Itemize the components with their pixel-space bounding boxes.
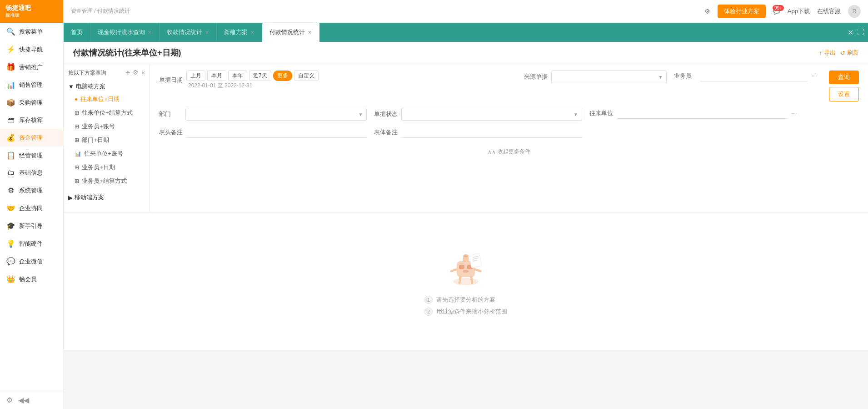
user-avatar[interactable]: R bbox=[848, 5, 861, 18]
tip-text-2: 用过滤条件来缩小分析范围 bbox=[436, 308, 507, 316]
unit-dots-icon[interactable]: ··· bbox=[791, 109, 797, 117]
scheme-item-icon-staff-account: ⊞ bbox=[75, 123, 79, 130]
scheme-add-icon[interactable]: + bbox=[126, 69, 130, 77]
collapse-sidebar-icon[interactable]: ◀◀ bbox=[18, 396, 29, 404]
topbar-settings-icon[interactable]: ⚙ bbox=[704, 8, 710, 15]
date-btn-this-year[interactable]: 本年 bbox=[228, 71, 247, 81]
header-note-input[interactable] bbox=[186, 127, 367, 138]
filter-field-date: 单据日期 上月 本月 本年 近7天 更多 自定义 2022-01-01 至 20… bbox=[159, 71, 517, 90]
scheme-panel-title: 按以下方案查询 bbox=[68, 69, 106, 77]
scheme-item-staff-date[interactable]: ⊞ 业务员+日期 bbox=[64, 161, 150, 174]
sidebar-item-smart-hw[interactable]: 💡智能硬件 bbox=[0, 235, 63, 252]
staff-input[interactable] bbox=[700, 71, 807, 81]
date-btn-last-7[interactable]: 近7天 bbox=[249, 71, 271, 81]
scheme-item-icon-unit-account: 📊 bbox=[75, 151, 81, 157]
date-btn-more[interactable]: 更多 bbox=[273, 71, 292, 81]
body-note-input[interactable] bbox=[401, 127, 582, 138]
empty-tips: 1 请先选择要分析的方案 2 用过滤条件来缩小分析范围 bbox=[424, 296, 507, 316]
sidebar-icon-guide: 🎓 bbox=[6, 222, 15, 230]
sidebar-icon-system: ⚙ bbox=[6, 186, 15, 195]
page-content: 付款情况统计(往来单位+日期) ↑ 导出 ↺ 刷新 按以下方案查询 + bbox=[64, 42, 868, 409]
online-service-link[interactable]: 在线客服 bbox=[817, 7, 841, 15]
filter-form: 单据日期 上月 本月 本年 近7天 更多 自定义 2022-01-01 至 20… bbox=[150, 64, 868, 212]
sidebar-item-quick-nav[interactable]: ⚡快捷导航 bbox=[0, 40, 63, 58]
tab-home[interactable]: 首页 bbox=[64, 23, 90, 42]
filter-row-2: 部门 ▼ 单据状态 ▼ 往来单位 bbox=[159, 108, 859, 121]
sidebar-item-search-menu[interactable]: 🔍搜索菜单 bbox=[0, 23, 63, 40]
tab-bar: 首页 现金银行流水查询 ✕ 收款情况统计 ✕ 新建方案 ✕ 付款情况统计 ✕ ✕… bbox=[64, 23, 868, 42]
tab-new-scheme[interactable]: 新建方案 ✕ bbox=[217, 23, 262, 42]
filter-row-1: 单据日期 上月 本月 本年 近7天 更多 自定义 2022-01-01 至 20… bbox=[159, 71, 859, 101]
refresh-btn[interactable]: ↺ 刷新 bbox=[840, 49, 859, 57]
body-note-label: 表体备注 bbox=[374, 128, 398, 136]
sidebar-label-operation: 经营管理 bbox=[19, 151, 43, 160]
tab-payment-stats[interactable]: 付款情况统计 ✕ bbox=[262, 23, 319, 42]
tab-new-scheme-label: 新建方案 bbox=[224, 28, 248, 36]
sidebar-label-finance: 资金管理 bbox=[19, 134, 43, 142]
scheme-item-staff-settlement[interactable]: ⊞ 业务员+结算方式 bbox=[64, 174, 150, 188]
scheme-settings-icon[interactable]: ⚙ bbox=[133, 69, 139, 77]
sidebar-item-basic-info[interactable]: 🗂基础信息 bbox=[0, 164, 63, 182]
staff-label: 业务员 bbox=[674, 72, 697, 80]
trial-btn[interactable]: 体验行业方案 bbox=[718, 5, 766, 18]
dept-select[interactable]: ▼ bbox=[185, 108, 367, 121]
app-download-link[interactable]: App下载 bbox=[788, 7, 810, 15]
tab-close-all-icon[interactable]: ✕ bbox=[848, 28, 853, 37]
settings-bottom-icon[interactable]: ⚙ bbox=[6, 396, 13, 404]
sidebar-icon-basic-info: 🗂 bbox=[6, 169, 15, 177]
tab-receivables-close[interactable]: ✕ bbox=[205, 30, 209, 35]
svg-point-6 bbox=[463, 254, 469, 257]
query-btn[interactable]: 查询 bbox=[829, 71, 859, 84]
scheme-item-unit-date[interactable]: ● 往来单位+日期 bbox=[64, 92, 150, 106]
scheme-group-pc-title[interactable]: ▼ 电脑端方案 bbox=[64, 81, 150, 92]
collapse-bar: ∧∧ 收起更多条件 bbox=[159, 144, 859, 159]
date-btn-custom[interactable]: 自定义 bbox=[294, 71, 319, 81]
sidebar-label-guide: 新手引导 bbox=[19, 222, 43, 230]
tab-cash-bank-close[interactable]: ✕ bbox=[148, 30, 152, 35]
scheme-item-label-unit-date: 往来单位+日期 bbox=[80, 95, 120, 103]
doc-status-select[interactable]: ▼ bbox=[401, 108, 582, 121]
tab-expand-icon[interactable]: ⛶ bbox=[857, 28, 864, 36]
source-select-arrow: ▼ bbox=[658, 75, 663, 80]
sidebar-item-marketing[interactable]: 🎁营销推广 bbox=[0, 58, 63, 76]
staff-dots-icon[interactable]: ··· bbox=[811, 72, 817, 80]
scheme-item-staff-account[interactable]: ⊞ 业务员+账号 bbox=[64, 120, 150, 133]
scheme-item-unit-account[interactable]: 📊 往来单位+账号 bbox=[64, 147, 150, 161]
sidebar-item-system[interactable]: ⚙系统管理 bbox=[0, 182, 63, 199]
sidebar-item-coop[interactable]: 🤝企业协同 bbox=[0, 199, 63, 217]
sidebar-item-sales[interactable]: 📊销售管理 bbox=[0, 76, 63, 94]
settings-btn[interactable]: 设置 bbox=[829, 87, 859, 101]
tab-receivables[interactable]: 收款情况统计 ✕ bbox=[160, 23, 217, 42]
messages-badge[interactable]: 💬 99+ bbox=[773, 8, 780, 15]
scheme-item-dept-date[interactable]: ⊞ 部门+日期 bbox=[64, 133, 150, 147]
sidebar-item-purchase[interactable]: 📦采购管理 bbox=[0, 94, 63, 111]
svg-line-9 bbox=[459, 277, 460, 283]
date-btn-this-month[interactable]: 本月 bbox=[207, 71, 226, 81]
sidebar-icon-wechat: 💬 bbox=[6, 257, 15, 266]
tab-payment-stats-label: 付款情况统计 bbox=[269, 28, 305, 36]
sidebar-item-operation[interactable]: 📋经营管理 bbox=[0, 146, 63, 164]
export-icon: ↑ bbox=[819, 50, 823, 56]
date-btn-last-month[interactable]: 上月 bbox=[186, 71, 205, 81]
scheme-item-unit-settlement[interactable]: ⊞ 往来单位+结算方式 bbox=[64, 106, 150, 120]
sidebar-icon-quick-nav: ⚡ bbox=[6, 45, 15, 54]
source-select[interactable]: ▼ bbox=[551, 71, 667, 83]
tip-num-1: 1 bbox=[424, 296, 433, 304]
export-btn[interactable]: ↑ 导出 bbox=[819, 49, 836, 57]
unit-input[interactable] bbox=[617, 108, 788, 119]
sidebar-item-guide[interactable]: 🎓新手引导 bbox=[0, 217, 63, 235]
sidebar-item-inventory[interactable]: 🗃库存核算 bbox=[0, 111, 63, 129]
tab-payment-stats-close[interactable]: ✕ bbox=[308, 30, 312, 35]
tab-cash-bank[interactable]: 现金银行流水查询 ✕ bbox=[90, 23, 160, 42]
filter-field-unit: 往来单位 ··· bbox=[589, 108, 797, 119]
scheme-collapse-icon[interactable]: « bbox=[141, 69, 145, 77]
sidebar-item-finance[interactable]: 💰资金管理 bbox=[0, 129, 63, 146]
sidebar-icon-sales: 📊 bbox=[6, 81, 15, 89]
scheme-group-mobile-title[interactable]: ▶ 移动端方案 bbox=[64, 192, 150, 203]
sidebar-item-member[interactable]: 👑畅会员 bbox=[0, 270, 63, 288]
refresh-icon: ↺ bbox=[840, 50, 845, 56]
collapse-btn[interactable]: ∧∧ 收起更多条件 bbox=[488, 148, 530, 156]
tab-new-scheme-close[interactable]: ✕ bbox=[250, 30, 254, 35]
sidebar-icon-coop: 🤝 bbox=[6, 204, 15, 212]
sidebar-item-wechat[interactable]: 💬企业微信 bbox=[0, 252, 63, 270]
